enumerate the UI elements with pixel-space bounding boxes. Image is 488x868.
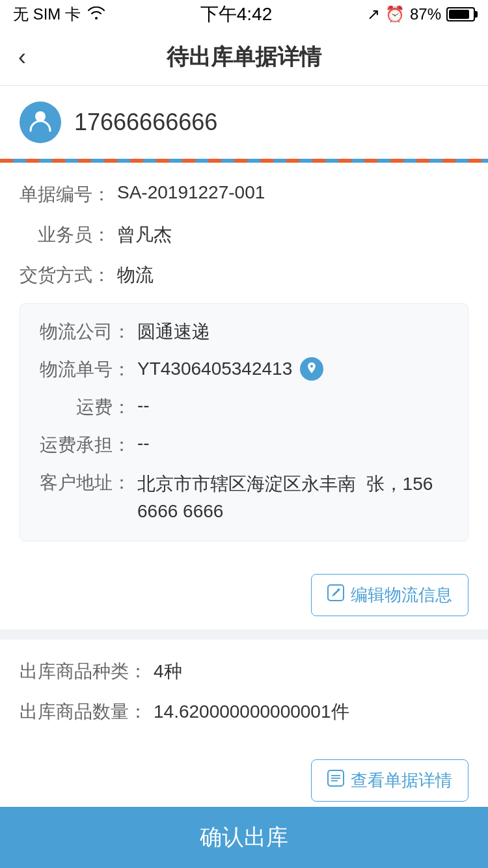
view-detail-button[interactable]: 查看单据详情 bbox=[311, 759, 468, 802]
delivery-value: 物流 bbox=[111, 263, 468, 288]
goods-type-label: 出库商品种类： bbox=[20, 659, 147, 684]
status-time: 下午4:42 bbox=[200, 2, 273, 27]
logistics-tracking-label: 物流单号： bbox=[40, 357, 131, 382]
location-status-icon: ↗ bbox=[367, 5, 380, 23]
staff-value: 曾凡杰 bbox=[111, 223, 468, 247]
goods-type-value: 4种 bbox=[147, 659, 468, 684]
goods-type-row: 出库商品种类： 4种 bbox=[20, 659, 468, 684]
section-separator bbox=[0, 629, 488, 640]
page-content: 17666666666 单据编号： SA-20191227-001 业务员： 曾… bbox=[0, 86, 488, 868]
freight-row: 运费： -- bbox=[40, 395, 448, 420]
logistics-tracking-value: YT43064053424​13 bbox=[131, 357, 448, 381]
nav-bar: ‹ 待出库单据详情 bbox=[0, 29, 488, 86]
edit-btn-label: 编辑物流信息 bbox=[351, 584, 452, 606]
freight-bearer-label: 运费承担： bbox=[40, 433, 131, 457]
status-right: ↗ ⏰ 87% bbox=[367, 5, 475, 23]
freight-bearer-value: -- bbox=[131, 433, 448, 454]
customer-phone: 17666666666 bbox=[74, 109, 217, 136]
delivery-row: 交货方式： 物流 bbox=[20, 263, 468, 288]
list-icon bbox=[327, 770, 344, 791]
battery-percent: 87% bbox=[410, 5, 441, 23]
alarm-icon: ⏰ bbox=[385, 5, 405, 23]
user-icon bbox=[28, 107, 53, 138]
goods-quantity-value: 14.620000000000001件 bbox=[147, 699, 468, 724]
edit-btn-container: 编辑物流信息 bbox=[0, 567, 488, 629]
track-location-button[interactable] bbox=[300, 357, 323, 381]
battery-icon bbox=[446, 7, 475, 21]
status-bar: 无 SIM 卡 下午4:42 ↗ ⏰ 87% bbox=[0, 0, 488, 29]
logistics-company-row: 物流公司： 圆通速递 bbox=[40, 319, 448, 344]
goods-quantity-row: 出库商品数量： 14.620000000000001件 bbox=[20, 699, 468, 724]
staff-row: 业务员： 曾凡杰 bbox=[20, 223, 468, 247]
delivery-label: 交货方式： bbox=[20, 263, 111, 288]
address-label: 客户地址： bbox=[40, 470, 131, 495]
back-button[interactable]: ‹ bbox=[18, 44, 26, 71]
order-number-row: 单据编号： SA-20191227-001 bbox=[20, 182, 468, 207]
page-title: 待出库单据详情 bbox=[167, 42, 321, 72]
edit-logistics-button[interactable]: 编辑物流信息 bbox=[311, 574, 468, 616]
address-value: 北京市市辖区海淀区永丰南 张，156 6666 6666 bbox=[131, 470, 448, 525]
staff-label: 业务员： bbox=[20, 223, 111, 247]
edit-icon bbox=[327, 584, 344, 606]
order-number-value: SA-20191227-001 bbox=[111, 182, 468, 203]
confirm-btn-container: 确认出库 bbox=[0, 807, 488, 868]
wifi-icon bbox=[87, 5, 105, 23]
address-row: 客户地址： 北京市市辖区海淀区永丰南 张，156 6666 6666 bbox=[40, 470, 448, 525]
freight-bearer-row: 运费承担： -- bbox=[40, 433, 448, 457]
order-info-section: 单据编号： SA-20191227-001 业务员： 曾凡杰 交货方式： 物流 … bbox=[0, 163, 488, 567]
freight-value: -- bbox=[131, 395, 448, 416]
customer-card: 17666666666 bbox=[0, 86, 488, 159]
goods-section: 出库商品种类： 4种 出库商品数量： 14.620000000000001件 bbox=[0, 640, 488, 753]
goods-quantity-label: 出库商品数量： bbox=[20, 699, 147, 724]
carrier-label: 无 SIM 卡 bbox=[13, 4, 81, 25]
confirm-outbound-button[interactable]: 确认出库 bbox=[200, 822, 288, 852]
logistics-tracking-row: 物流单号： YT43064053424​13 bbox=[40, 357, 448, 382]
status-left: 无 SIM 卡 bbox=[13, 4, 105, 25]
order-number-label: 单据编号： bbox=[20, 182, 111, 207]
logistics-company-value: 圆通速递 bbox=[131, 319, 448, 344]
view-btn-label: 查看单据详情 bbox=[351, 769, 452, 792]
freight-label: 运费： bbox=[40, 395, 131, 420]
logistics-card: 物流公司： 圆通速递 物流单号： YT43064053424​13 运费： --… bbox=[20, 303, 468, 541]
tracking-number-text: YT43064053424​13 bbox=[137, 359, 292, 379]
avatar bbox=[20, 102, 61, 143]
logistics-company-label: 物流公司： bbox=[40, 319, 131, 344]
